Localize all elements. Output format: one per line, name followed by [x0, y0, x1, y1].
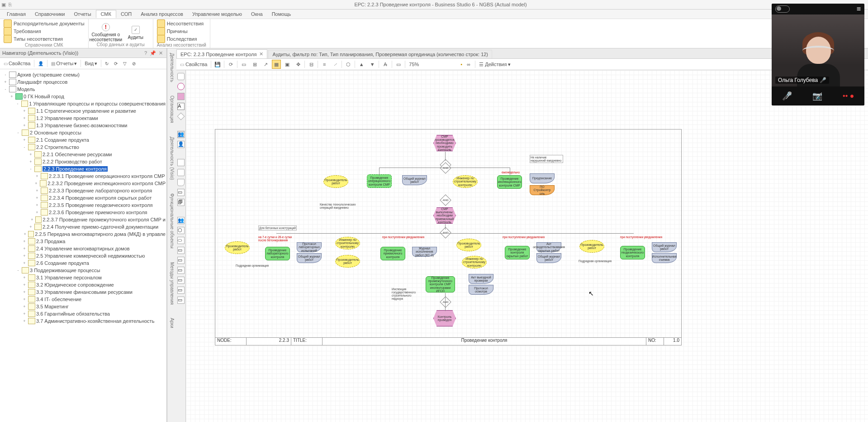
tree-node[interactable]: +2.2.2 Производство работ: [0, 158, 166, 165]
doc-protocol-view[interactable]: Протокол осмотра: [469, 285, 493, 295]
menu-Помощь[interactable]: Помощь: [267, 10, 296, 18]
side-tab[interactable]: Деятельность (Visio): [170, 137, 175, 180]
tree-node[interactable]: +1.1 Стратегическое управление и развити…: [0, 107, 166, 115]
doc-akt-check[interactable]: Акт выездной проверки: [469, 274, 493, 284]
ribbon-item[interactable]: Несоответствия: [157, 20, 206, 27]
tb-icon[interactable]: ✥: [294, 60, 303, 69]
role-producer[interactable]: Производитель работ: [335, 255, 360, 268]
tree-node[interactable]: +0 ГК Новый город: [0, 93, 166, 100]
tree-node[interactable]: +2.2.4 Получение приемо-сдаточной докуме…: [0, 223, 166, 230]
doc-schema[interactable]: Исполнительная съемка: [652, 253, 677, 263]
tree-node[interactable]: +2.5 Управление коммерческой недвижимост…: [0, 252, 166, 259]
tree-node[interactable]: +3.4 IT- обеспечение: [0, 296, 166, 303]
document-tab[interactable]: Аудиты, фильтр по: Тип, Тип планирования…: [268, 50, 492, 58]
tree-node[interactable]: +2.2.3.2 Проведение инспекционного контр…: [0, 180, 166, 187]
doc-journal[interactable]: Общий журнал работ: [297, 253, 322, 263]
panel-help[interactable]: ?: [143, 50, 148, 56]
side-tabs[interactable]: ДеятельностьОрганизацияДеятельность (Vis…: [167, 48, 176, 422]
panel-close[interactable]: ✕: [157, 50, 164, 56]
role-producer[interactable]: Производитель работ: [323, 175, 348, 188]
menu-icon[interactable]: ≡: [857, 5, 861, 13]
tree-node[interactable]: +3.7 Административно-хозяйственная деяте…: [0, 317, 166, 325]
tb-icon[interactable]: A̶: [381, 60, 390, 69]
tree-node[interactable]: -3 Поддерживающие процессы: [0, 267, 166, 274]
menu-Главная[interactable]: Главная: [2, 10, 30, 18]
panel-pin[interactable]: 📌: [148, 50, 157, 56]
role-engineer[interactable]: Инженер по строительному контролю: [462, 256, 487, 269]
mic-off-icon[interactable]: 🎤̸: [782, 91, 792, 101]
tb-icon[interactable]: ⊞: [250, 60, 259, 69]
ribbon-item[interactable]: Типы несоответствия: [4, 35, 85, 43]
func-hidden[interactable]: Проведение контроля скрытых работ: [505, 246, 530, 259]
tb-icon[interactable]: ≡: [320, 60, 329, 69]
ribbon-item[interactable]: Требования: [4, 28, 85, 35]
doc-po[interactable]: ПО Стройконтр оль: [530, 185, 555, 195]
doc-akt-hidden[interactable]: Акт освидетельствования скрытых работ: [536, 242, 561, 252]
side-tab[interactable]: Методы управления: [170, 262, 175, 305]
tree-node[interactable]: -2 Основные процессы: [0, 129, 166, 136]
menu-Окна[interactable]: Окна: [247, 10, 267, 18]
role-engineer[interactable]: Инженер по строительному контролю: [453, 175, 478, 188]
role-producer[interactable]: Производитель работ: [579, 240, 604, 253]
menu-Управление моделью[interactable]: Управление моделью: [188, 10, 247, 18]
tb-link-icon[interactable]: ∞: [464, 60, 473, 69]
side-tab[interactable]: Организация: [170, 96, 175, 123]
tree-node[interactable]: +1.3 Управление бизнес-возможностями: [0, 122, 166, 129]
doc-journal[interactable]: Общий журнал работ: [402, 175, 427, 185]
nav-props-btn[interactable]: ▭Свойства: [2, 60, 32, 67]
tree-node[interactable]: +2.2.3.7 Проведение промежуточного контр…: [0, 216, 166, 223]
doc-journal[interactable]: Общий журнал работ: [652, 242, 677, 252]
diagram-canvas[interactable]: СМР производятся: необходимо проводить к…: [186, 70, 868, 422]
qat-icon[interactable]: ⎘: [7, 2, 13, 7]
tb-icon[interactable]: ↗: [261, 60, 270, 69]
side-tab[interactable]: Функциональные объекты: [170, 193, 175, 249]
func-intermediate[interactable]: Проведение промежуточного контроля СМР и…: [426, 276, 455, 293]
func-geodesic[interactable]: Проведение геодезического контроля: [620, 246, 645, 259]
tree-node[interactable]: +2.2.3.5 Проведение геодезического контр…: [0, 201, 166, 209]
menu-Анализ процессов[interactable]: Анализ процессов: [136, 10, 188, 18]
tree-node[interactable]: +1.2 Управление проектами: [0, 115, 166, 122]
event-end[interactable]: Контроль проведен: [433, 310, 456, 326]
tree-node[interactable]: +3.2 Юридическое сопровождение: [0, 281, 166, 288]
tree-node[interactable]: +3.3 Управление финансовыми ресурсами: [0, 288, 166, 296]
nav-reports-btn[interactable]: ▤Отчеты ▾: [49, 60, 79, 67]
diag-props-btn[interactable]: ▭Свойства: [178, 62, 209, 67]
ribbon-item[interactable]: Последствия: [157, 35, 206, 43]
webcam-toggle[interactable]: [775, 5, 790, 13]
func-lab[interactable]: Проведение лабораторного контроля: [265, 247, 290, 260]
tree-node[interactable]: +2.2.3.4 Проведение контроля скрытых раб…: [0, 194, 166, 201]
func-acceptance[interactable]: Проведение приемочного контроля: [380, 247, 405, 260]
tb-refresh-icon[interactable]: ⟳: [226, 60, 235, 69]
tree-node[interactable]: +2.1 Создание продукта: [0, 136, 166, 144]
document-tab[interactable]: EPC: 2.2.3 Проведение контроля✕: [176, 49, 267, 58]
menu-Отчеты[interactable]: Отчеты: [70, 10, 96, 18]
side-tab[interactable]: Архи: [170, 318, 175, 328]
func-operational[interactable]: Проведение операционного контроля СМР: [367, 174, 392, 188]
func-inspection[interactable]: Проведение инспекционного контроля СМР: [497, 175, 522, 189]
tb-icon[interactable]: ⊟: [307, 60, 316, 69]
role-producer[interactable]: Производитель работ: [456, 239, 481, 251]
menu-СОП[interactable]: СОП: [116, 10, 136, 18]
event-start[interactable]: СМР производятся: необходимо проводить к…: [433, 135, 456, 151]
tree-node[interactable]: -2.2 Строительство: [0, 144, 166, 151]
doc-prescription[interactable]: Предписание: [530, 173, 555, 183]
menu-Справочники[interactable]: Справочники: [30, 10, 70, 18]
nav-filter-icon[interactable]: ▽: [121, 60, 128, 67]
camera-off-icon[interactable]: 📷̸: [812, 91, 822, 101]
tb-icon[interactable]: ⟋: [331, 60, 340, 69]
tb-save-icon[interactable]: 💾: [213, 60, 222, 69]
tree-node[interactable]: +2.3 Продажа: [0, 238, 166, 245]
ribbon-item[interactable]: Причины: [157, 28, 206, 35]
tree-node[interactable]: +2.6 Создание продукта: [0, 259, 166, 267]
tree-node[interactable]: +2.2.1 Обеспечение ресурсами: [0, 151, 166, 158]
tb-down-icon[interactable]: ▼: [368, 60, 377, 69]
navigator-tree[interactable]: -Архив (устаревшие схемы)+Ландшафт проце…: [0, 69, 166, 422]
menu-СМК[interactable]: СМК: [96, 10, 116, 18]
tree-node[interactable]: +2.2.5 Передача многоквартирного дома (М…: [0, 230, 166, 238]
record-icon[interactable]: •• ●: [843, 92, 854, 100]
doc-protocol-lab[interactable]: Протокол лабораторных испытаний: [297, 242, 322, 252]
tree-node[interactable]: +2.2.3.3 Проведение лабораторного контро…: [0, 187, 166, 194]
side-tab[interactable]: Деятельность: [170, 53, 175, 82]
ribbon-btn-reports[interactable]: ! Сообщения о несоответствии: [92, 23, 119, 42]
tb-icon[interactable]: ▭: [239, 60, 248, 69]
